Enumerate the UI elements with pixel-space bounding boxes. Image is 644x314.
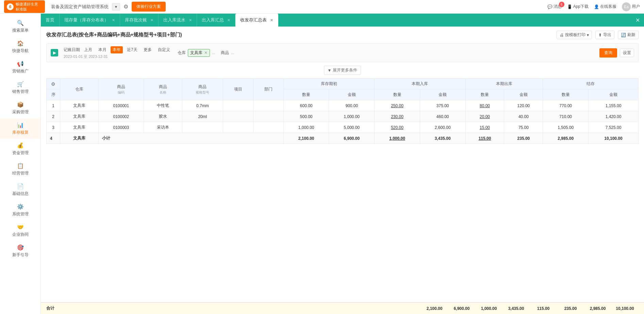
tab-batch[interactable]: 库存批次账 ✕ bbox=[120, 14, 159, 27]
row1-in-amt: 375.00 bbox=[420, 100, 465, 111]
subtotal-warehouse: 文具库 bbox=[60, 133, 99, 144]
goods-more-btn[interactable]: ... bbox=[231, 50, 234, 55]
row2-num: 2 bbox=[47, 111, 60, 122]
subtotal-label: 小计 bbox=[98, 133, 283, 144]
subtotal-out-qty[interactable]: 115.00 bbox=[465, 133, 504, 144]
sidebar-item-business[interactable]: 📋 经营管理 bbox=[0, 159, 40, 180]
row3-out-amt: 75.00 bbox=[504, 122, 543, 133]
row2-out-qty[interactable]: 20.00 bbox=[465, 111, 504, 122]
date-7days-btn[interactable]: 近7天 bbox=[125, 46, 139, 53]
tab-close-flow[interactable]: ✕ bbox=[189, 18, 192, 22]
tab-summary-in-out[interactable]: 出入库汇总 ✕ bbox=[197, 14, 235, 27]
table-container: ⚙ 仓库 商品编码 商品名称 商品规格型号 项目 部门 库存期初 本期入库 bbox=[46, 78, 639, 144]
settings-icon[interactable]: ⚙ bbox=[123, 3, 128, 10]
page-inner: 收发存汇总表(按仓库+商品编码+商品+规格型号+项目+部门) 🖨 按模板打印 ▾… bbox=[41, 27, 644, 302]
app-wrapper: 6 畅捷通好生意 标准版 装备及固定资产辅助管理系统 ▾ ⚙ 体验行业方案 💬 … bbox=[0, 0, 644, 314]
row1-in-qty[interactable]: 250.00 bbox=[375, 100, 420, 111]
row2-opening-amt: 1,000.00 bbox=[329, 111, 375, 122]
sidebar-item-system[interactable]: ⚙️ 系统管理 bbox=[0, 200, 40, 220]
total-closing-qty: 2,985.00 bbox=[584, 306, 611, 311]
row1-opening-qty: 600.00 bbox=[283, 100, 329, 111]
money-icon: 💰 bbox=[17, 142, 24, 149]
summary-label: 合计 bbox=[46, 305, 54, 311]
tab-recv-send-summary[interactable]: 收发存汇总表 ✕ bbox=[235, 14, 278, 27]
tab-close-batch[interactable]: ✕ bbox=[150, 18, 153, 22]
total-closing-amt: 10,100.00 bbox=[611, 306, 639, 311]
refresh-btn[interactable]: 🔄 刷新 bbox=[618, 31, 639, 39]
row3-in-qty[interactable]: 520.00 bbox=[375, 122, 420, 133]
row1-out-qty[interactable]: 80.00 bbox=[465, 100, 504, 111]
goods-filter-group: 商品 ... bbox=[221, 50, 234, 56]
sidebar-item-capital[interactable]: 💰 资金管理 bbox=[0, 139, 40, 159]
th-out: 本期出库 bbox=[465, 79, 543, 89]
messages-btn[interactable]: 💬 消息 6 bbox=[547, 4, 562, 10]
sidebar-item-basic[interactable]: 📄 基础信息 bbox=[0, 180, 40, 200]
row1-name: 中性笔 bbox=[144, 100, 182, 111]
online-service-btn[interactable]: 👤 在线客服 bbox=[594, 4, 616, 10]
sidebar-item-inventory[interactable]: 📊 库存核算 bbox=[0, 118, 40, 139]
th-opening: 库存期初 bbox=[283, 79, 374, 89]
print-btn[interactable]: 🖨 按模板打印 ▾ bbox=[557, 31, 592, 39]
refresh-icon: 🔄 bbox=[621, 33, 626, 37]
row3-num: 3 bbox=[47, 122, 60, 133]
tab-close-recv-send[interactable]: ✕ bbox=[270, 18, 273, 22]
sidebar-item-search[interactable]: 🔍 搜索菜单 bbox=[0, 16, 40, 37]
filter-right-actions: 查询 设置 bbox=[599, 48, 634, 57]
filter-toggle-btn[interactable]: ▶ bbox=[51, 49, 58, 56]
filter-settings-btn[interactable]: 设置 bbox=[620, 49, 634, 57]
sidebar-item-marketing[interactable]: 📢 营销推广 bbox=[0, 57, 40, 78]
search-icon: 🔍 bbox=[17, 20, 24, 26]
row3-dept bbox=[253, 122, 283, 133]
table-row: 3 文具库 0100003 采访本 1,000.00 5,000.00 bbox=[47, 122, 639, 133]
top-bar-left: 6 畅捷通好生意 标准版 装备及固定资产辅助管理系统 ▾ ⚙ 体验行业方案 bbox=[4, 0, 166, 13]
row2-closing-amt: 1,420.00 bbox=[589, 111, 639, 122]
date-this-month-btn[interactable]: 本月 bbox=[96, 46, 109, 53]
sidebar-item-quick-nav[interactable]: 🏠 快捷导航 bbox=[0, 37, 40, 57]
total-in-qty: 1,000.00 bbox=[475, 306, 502, 311]
page-content: 收发存汇总表(按仓库+商品编码+商品+规格型号+项目+部门) 🖨 按模板打印 ▾… bbox=[41, 27, 644, 302]
warehouse-tag-value: 文具库 bbox=[190, 50, 202, 56]
row1-code: 0100001 bbox=[98, 100, 144, 111]
date-filter-group: 记账日期 上月 本月 本年 近7天 更多 自定义 bbox=[64, 46, 172, 53]
tab-home[interactable]: 首页 bbox=[41, 14, 60, 27]
app-download-btn[interactable]: 📱 App下载 bbox=[567, 4, 589, 10]
date-last-month-btn[interactable]: 上月 bbox=[82, 46, 94, 53]
subtotal-closing-qty: 2,985.00 bbox=[543, 133, 589, 144]
th-opening-qty: 数量 bbox=[283, 89, 329, 100]
tab-close-summary-in-out[interactable]: ✕ bbox=[227, 18, 230, 22]
table-settings-icon[interactable]: ⚙ bbox=[51, 81, 55, 87]
th-name: 商品名称 bbox=[144, 79, 182, 100]
date-custom-btn[interactable]: 自定义 bbox=[156, 46, 172, 53]
filter-expand-row: ▼ 展开更多条件 bbox=[46, 66, 639, 75]
warehouse-filter-label: 仓库 bbox=[178, 50, 186, 56]
user-menu-btn[interactable]: Ea 用户 bbox=[622, 2, 640, 11]
row3-in-amt: 2,600.00 bbox=[420, 122, 465, 133]
warehouse-more-btn[interactable]: ... bbox=[212, 50, 215, 55]
system-dropdown-btn[interactable]: ▾ bbox=[112, 3, 120, 11]
sidebar-item-enterprise[interactable]: 🤝 企业协同 bbox=[0, 220, 40, 241]
warehouse-tag-close[interactable]: ✕ bbox=[204, 50, 208, 55]
export-btn[interactable]: ⬆ 导出 bbox=[595, 31, 614, 39]
date-this-year-btn[interactable]: 本年 bbox=[111, 46, 123, 53]
tab-inventory-dist[interactable]: 现存量（库存分布表） ✕ bbox=[60, 14, 120, 27]
row1-out-amt: 120.00 bbox=[504, 100, 543, 111]
sidebar-item-newbie[interactable]: 🎯 新手引导 bbox=[0, 241, 40, 261]
warehouse-tag: 文具库 ✕ bbox=[188, 49, 210, 57]
tab-close-inventory-dist[interactable]: ✕ bbox=[112, 18, 115, 22]
row2-in-qty[interactable]: 230.00 bbox=[375, 111, 420, 122]
row3-out-qty[interactable]: 15.00 bbox=[465, 122, 504, 133]
row2-project bbox=[223, 111, 253, 122]
th-code: 商品编码 bbox=[98, 79, 144, 100]
sidebar-item-purchase[interactable]: 📦 采购管理 bbox=[0, 98, 40, 118]
expand-conditions-btn[interactable]: ▼ 展开更多条件 bbox=[324, 66, 361, 75]
trial-btn[interactable]: 体验行业方案 bbox=[132, 2, 166, 12]
date-more-btn[interactable]: 更多 bbox=[142, 46, 154, 53]
total-out-amt: 235.00 bbox=[557, 306, 584, 311]
tab-flow[interactable]: 出入库流水 ✕ bbox=[159, 14, 197, 27]
query-btn[interactable]: 查询 bbox=[599, 48, 617, 57]
row2-name: 胶水 bbox=[144, 111, 182, 122]
row2-code: 0100002 bbox=[98, 111, 144, 122]
tab-close-all-btn[interactable]: ✕ bbox=[631, 17, 644, 23]
subtotal-in-qty[interactable]: 1,000.00 bbox=[375, 133, 420, 144]
sidebar-item-sales[interactable]: 🛒 销售管理 bbox=[0, 78, 40, 98]
